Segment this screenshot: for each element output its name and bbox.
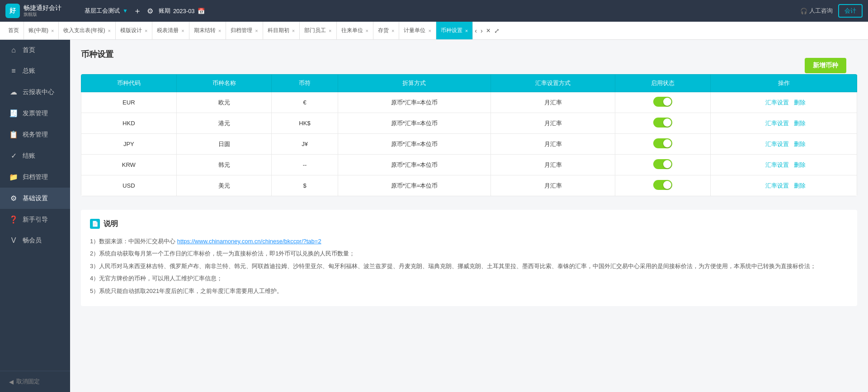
tab-template-close[interactable]: × (145, 28, 147, 33)
cell-actions-0: 汇率设置 删除 (711, 92, 857, 113)
top-header: 好 畅捷通好会计 旗舰版 基层工会测试 ▼ ＋ ⚙ 账期 2023-03 📅 🎧… (0, 0, 868, 22)
sidebar-item-home[interactable]: ⌂ 首页 (0, 40, 70, 61)
tab-dept-label: 部门员工 (304, 27, 326, 34)
pin-label: 取消固定 (16, 378, 40, 386)
rate-settings-link-1[interactable]: 汇率设置 (765, 120, 789, 127)
tab-archive-close[interactable]: × (255, 28, 258, 33)
sidebar-item-ledger[interactable]: ≡ 总账 (0, 61, 70, 81)
tab-dept-close[interactable]: × (329, 28, 331, 33)
tab-dept[interactable]: 部门员工 × (300, 22, 336, 40)
table-header-row: 币种代码 币种名称 币符 折算方式 汇率设置方式 启用状态 操作 (81, 75, 857, 92)
toggle-3[interactable] (653, 159, 672, 169)
tab-inventory[interactable]: 存货 × (373, 22, 399, 40)
cell-method-3: 原币*汇率=本位币 (338, 155, 491, 175)
cell-rate-type-1: 月汇率 (491, 113, 615, 134)
cell-rate-type-4: 月汇率 (491, 175, 615, 196)
notes-icon: 📄 (90, 219, 100, 229)
tab-template[interactable]: 模版设计 × (116, 22, 152, 40)
delete-link-2[interactable]: 删除 (794, 141, 806, 147)
table-row: KRW 韩元 -- 原币*汇率=本位币 月汇率 汇率设置 删除 (81, 155, 857, 175)
tab-subjects[interactable]: 科目期初 × (263, 22, 300, 40)
company-name: 基层工会测试 (85, 7, 120, 15)
delete-link-3[interactable]: 删除 (794, 161, 806, 168)
cell-status-1 (615, 113, 711, 134)
new-currency-button[interactable]: 新增币种 (805, 58, 846, 73)
tab-prev-button[interactable]: ‹ (473, 27, 479, 34)
cell-rate-type-3: 月汇率 (491, 155, 615, 175)
sidebar: ⌂ 首页 ≡ 总账 ☁ 云报表中心 🧾 发票管理 📋 税务管理 ✓ 结账 📁 归… (0, 40, 70, 392)
tab-ledger-close[interactable]: × (51, 28, 54, 33)
tab-currency-close[interactable]: × (465, 28, 468, 33)
pin-icon: ◀ (9, 378, 14, 385)
tab-contacts-close[interactable]: × (366, 28, 368, 33)
settings-gear-button[interactable]: ⚙ (147, 7, 153, 15)
notes-item-4: 4）无官方牌价的币种，可以用人工维护汇率信息； (90, 272, 848, 284)
tab-income-label: 收入支出表(年报) (63, 27, 105, 34)
tab-next-button[interactable]: › (479, 27, 485, 34)
sidebar-item-archive[interactable]: 📁 归档管理 (0, 166, 70, 188)
toggle-4[interactable] (653, 180, 672, 190)
tab-close-all-button[interactable]: × (485, 27, 492, 35)
tab-closing[interactable]: 期末结转 × (189, 22, 226, 40)
rate-settings-link-2[interactable]: 汇率设置 (765, 141, 789, 147)
toggle-0[interactable] (653, 97, 672, 107)
toggle-1[interactable] (653, 118, 672, 128)
sidebar-item-reports-label: 云报表中心 (23, 88, 54, 96)
company-selector[interactable]: 基层工会测试 ▼ (85, 7, 128, 15)
toggle-thumb-0 (663, 98, 671, 106)
cell-symbol-2: J¥ (272, 134, 338, 155)
tab-units-close[interactable]: × (428, 28, 431, 33)
notes-link[interactable]: https://www.chinamoney.com.cn/chinese/bk… (177, 238, 321, 245)
tab-home[interactable]: 首页 (4, 22, 24, 40)
tab-ledger[interactable]: 账(中期) × (24, 22, 59, 40)
tab-archive[interactable]: 归档管理 × (226, 22, 263, 40)
cell-status-3 (615, 155, 711, 175)
tab-units-label: 计量单位 (404, 27, 425, 34)
sidebar-item-ledger-label: 总账 (23, 67, 35, 75)
sidebar-item-guide-label: 新手引导 (23, 216, 48, 224)
sidebar-item-invoice[interactable]: 🧾 发票管理 (0, 103, 70, 124)
tab-inventory-close[interactable]: × (392, 28, 394, 33)
tab-units[interactable]: 计量单位 × (399, 22, 436, 40)
sidebar-item-reports[interactable]: ☁ 云报表中心 (0, 81, 70, 103)
rate-settings-link-0[interactable]: 汇率设置 (765, 99, 789, 106)
cell-method-2: 原币*汇率=本位币 (338, 134, 491, 155)
cell-actions-2: 汇率设置 删除 (711, 134, 857, 155)
tab-archive-label: 归档管理 (231, 27, 252, 34)
sidebar-item-member[interactable]: V 畅会员 (0, 230, 70, 251)
tab-tax-close[interactable]: × (181, 28, 184, 33)
sidebar-item-tax[interactable]: 📋 税务管理 (0, 124, 70, 145)
tab-income[interactable]: 收入支出表(年报) × (59, 22, 115, 40)
tab-expand-button[interactable]: ⤢ (492, 27, 501, 34)
tab-tax[interactable]: 税表清册 × (152, 22, 189, 40)
delete-link-1[interactable]: 删除 (794, 120, 806, 127)
cell-code-1: HKD (81, 113, 177, 134)
cell-status-2 (615, 134, 711, 155)
cell-name-1: 港元 (176, 113, 272, 134)
delete-link-4[interactable]: 删除 (794, 182, 806, 189)
settings-icon: ⚙ (9, 194, 18, 203)
help-button[interactable]: 🎧 人工咨询 (800, 7, 833, 15)
tab-subjects-close[interactable]: × (292, 28, 295, 33)
calendar-icon[interactable]: 📅 (198, 8, 205, 14)
sidebar-item-settings[interactable]: ⚙ 基础设置 (0, 188, 70, 209)
tab-currency[interactable]: 币种设置 × (436, 22, 473, 40)
delete-link-0[interactable]: 删除 (794, 99, 806, 106)
tab-income-close[interactable]: × (108, 28, 110, 33)
add-tab-button[interactable]: ＋ (133, 5, 142, 16)
account-button[interactable]: 会计 (838, 4, 863, 18)
tab-closing-label: 期末结转 (194, 27, 216, 34)
sidebar-item-guide[interactable]: ❓ 新手引导 (0, 209, 70, 230)
help-label: 人工咨询 (809, 7, 833, 15)
rate-settings-link-3[interactable]: 汇率设置 (765, 161, 789, 168)
tab-contacts[interactable]: 往来单位 × (337, 22, 373, 40)
col-rate-type: 汇率设置方式 (491, 75, 615, 92)
sidebar-item-closing[interactable]: ✓ 结账 (0, 145, 70, 166)
rate-settings-link-4[interactable]: 汇率设置 (765, 182, 789, 189)
notes-section: 📄 说明 1）数据来源：中国外汇交易中心 https://www.chinamo… (81, 210, 857, 306)
cell-code-2: JPY (81, 134, 177, 155)
period-value: 2023-03 (173, 8, 195, 14)
toggle-2[interactable] (653, 138, 672, 148)
sidebar-pin-toggle[interactable]: ◀ 取消固定 (0, 371, 70, 392)
tab-closing-close[interactable]: × (218, 28, 221, 33)
